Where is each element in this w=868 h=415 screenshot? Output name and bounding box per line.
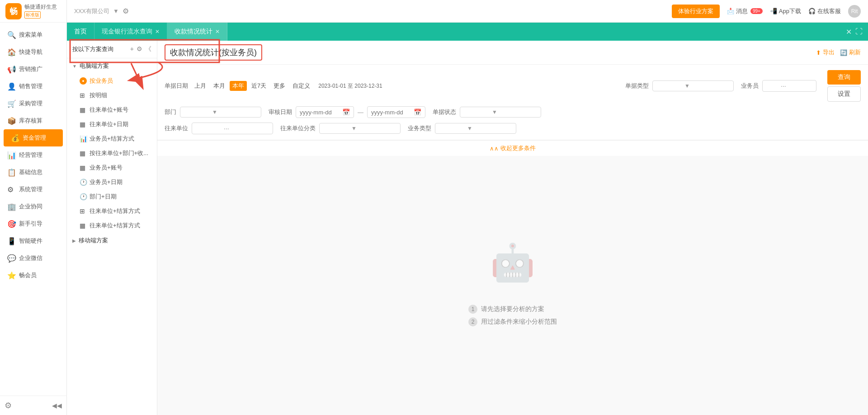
support-icon: 🎧 xyxy=(808,8,816,14)
scheme-icon-unit-dept: ▦ xyxy=(80,150,87,157)
calendar-start-icon: 📅 xyxy=(342,108,350,116)
search-icon: 🔍 xyxy=(7,31,15,39)
date-separator: — xyxy=(358,109,363,116)
scheme-item-unit-settle1[interactable]: ⊞ 往来单位+结算方式 xyxy=(67,204,157,218)
sidebar-item-operation[interactable]: 📊 经营管理 xyxy=(0,146,66,164)
review-date-start-input[interactable] xyxy=(300,109,340,116)
doctype-dropdown[interactable]: ▼ xyxy=(652,80,734,91)
home-icon: 🏠 xyxy=(7,48,15,56)
purchase-icon: 🛒 xyxy=(7,99,15,108)
empty-step-2: 2 用过滤条件来缩小分析范围 xyxy=(468,317,557,326)
tab-close-receipt-stats[interactable]: ✕ xyxy=(215,28,220,35)
sidebar-item-finance[interactable]: 💰 资金管理 xyxy=(4,129,63,146)
scheme-item-by-detail[interactable]: ⊞ 按明细 xyxy=(67,88,157,103)
tab-bank-flow[interactable]: 现金银行流水查询 ✕ xyxy=(94,23,167,41)
sidebar-item-smart-hw[interactable]: 📱 智能硬件 xyxy=(0,232,66,250)
scheme-item-salesman-account[interactable]: ▦ 业务员+账号 xyxy=(67,160,157,175)
refresh-button[interactable]: 🔄 刷新 xyxy=(840,48,861,57)
sidebar-settings-icon[interactable]: ⚙ xyxy=(5,401,12,410)
dept-dropdown[interactable]: ▼ xyxy=(180,107,261,118)
page-title-box: 收款情况统计(按业务员) xyxy=(165,44,262,61)
date-shortcut-this-month[interactable]: 本月 xyxy=(211,81,228,91)
scheme-item-salesman-settle[interactable]: 📊 业务员+结算方式 xyxy=(67,132,157,146)
tab-home[interactable]: 首页 xyxy=(67,23,94,41)
date-label: 单据日期 xyxy=(165,82,188,90)
page-header: 收款情况统计(按业务员) ⬆ 导出 🔄 刷新 xyxy=(157,41,868,65)
review-date-end-input[interactable] xyxy=(371,109,412,116)
sidebar-item-member[interactable]: ⭐ 畅会员 xyxy=(0,267,66,284)
partner-category-arrow: ▼ xyxy=(351,125,357,132)
tab-close-window-icon[interactable]: ✕ xyxy=(846,28,852,36)
export-button[interactable]: ⬆ 导出 xyxy=(816,48,835,57)
query-button[interactable]: 查询 xyxy=(827,70,861,85)
scheme-item-unit-dept-collect[interactable]: ▦ 按往来单位+部门+收... xyxy=(67,146,157,160)
sidebar-item-inventory[interactable]: 📦 库存核算 xyxy=(0,112,66,129)
notification-badge: 99+ xyxy=(750,8,763,14)
logo-badge: 标准版 xyxy=(24,11,41,19)
pc-scheme-group-header[interactable]: ▼ 电脑端方案 xyxy=(67,58,157,74)
date-shortcut-7days[interactable]: 近7天 xyxy=(249,81,269,91)
sidebar-item-guide[interactable]: 🎯 新手引导 xyxy=(0,215,66,232)
right-panel: 收款情况统计(按业务员) ⬆ 导出 🔄 刷新 xyxy=(157,41,868,415)
date-shortcut-last-month[interactable]: 上月 xyxy=(192,81,209,91)
main-area: XXX有限公司 ▼ ⚙ 体验行业方案 📩 消息 99+ 📲 App下载 🎧 在线… xyxy=(67,0,868,415)
add-scheme-btn[interactable]: + xyxy=(130,45,134,53)
sidebar-item-wechat[interactable]: 💬 企业微信 xyxy=(0,250,66,267)
breadcrumb-chevron: ▼ xyxy=(113,8,119,14)
sidebar-item-enterprise[interactable]: 🏢 企业协同 xyxy=(0,198,66,215)
sidebar-item-basic-info[interactable]: 📋 基础信息 xyxy=(0,164,66,181)
user-avatar[interactable]: Rit xyxy=(848,5,861,18)
sidebar-item-purchase[interactable]: 🛒 采购管理 xyxy=(0,95,66,112)
page-actions: ⬆ 导出 🔄 刷新 xyxy=(816,48,861,57)
empty-step-1: 1 请先选择要分析的方案 xyxy=(468,305,557,314)
biz-type-dropdown[interactable]: ▼ xyxy=(435,123,516,134)
tab-fullscreen-icon[interactable]: ⛶ xyxy=(855,28,863,36)
scheme-item-unit-settle2[interactable]: ▦ 往来单位+结算方式 xyxy=(67,218,157,233)
sidebar-item-marketing[interactable]: 📢 营销推广 xyxy=(0,61,66,78)
date-shortcut-custom[interactable]: 自定义 xyxy=(290,81,313,91)
scheme-item-salesman-date[interactable]: 🕐 业务员+日期 xyxy=(67,175,157,189)
collapse-button[interactable]: ∧∧ 收起更多条件 xyxy=(490,144,536,152)
settings-btn[interactable]: ⚙ xyxy=(123,7,129,15)
partner-category-dropdown[interactable]: ▼ xyxy=(319,123,401,134)
scheme-item-unit-account[interactable]: ▦ 往来单位+账号 xyxy=(67,103,157,117)
sidebar-item-sales[interactable]: 👤 销售管理 xyxy=(0,78,66,95)
sidebar-collapse-icon[interactable]: ◀◀ xyxy=(52,402,62,409)
date-shortcut-this-year[interactable]: 本年 xyxy=(230,81,247,91)
review-date-start[interactable]: 📅 xyxy=(296,106,354,118)
page-title: 收款情况统计(按业务员) xyxy=(170,48,257,57)
filter-area: 单据日期 上月 本月 本年 近7天 更多 自定义 2023-01-01 至 20… xyxy=(157,65,868,140)
tab-receipt-stats[interactable]: 收款情况统计 ✕ xyxy=(167,23,227,41)
header-left: XXX有限公司 ▼ ⚙ xyxy=(74,7,129,15)
dept-arrow: ▼ xyxy=(212,109,217,115)
online-support-button[interactable]: 🎧 在线客服 xyxy=(808,7,841,15)
sysadmin-icon: ⚙ xyxy=(7,185,15,193)
date-shortcut-more[interactable]: 更多 xyxy=(271,81,288,91)
scheme-settings-btn[interactable]: ⚙ xyxy=(137,45,142,53)
scheme-icon-unit-settle2: ▦ xyxy=(80,222,87,229)
notification-button[interactable]: 📩 消息 99+ xyxy=(727,7,763,15)
mobile-scheme-group: ▶ 移动端方案 xyxy=(67,233,157,248)
trial-button[interactable]: 体验行业方案 xyxy=(672,5,720,18)
wechat-icon: 💬 xyxy=(7,254,15,262)
partner-dropdown[interactable]: ··· xyxy=(192,123,273,134)
scheme-icon-unit-settle1: ⊞ xyxy=(80,208,87,215)
salesman-dropdown[interactable]: ··· xyxy=(762,80,816,92)
scheme-item-unit-date[interactable]: ▦ 往来单位+日期 xyxy=(67,117,157,132)
sidebar-item-quick-nav[interactable]: 🏠 快捷导航 xyxy=(0,43,66,61)
panel-collapse-btn[interactable]: 《 xyxy=(145,45,151,53)
sidebar-item-search-menu[interactable]: 🔍 搜索菜单 xyxy=(0,26,66,43)
scheme-item-by-salesman[interactable]: ● 按业务员 xyxy=(67,74,157,88)
review-date-end[interactable]: 📅 xyxy=(367,106,425,118)
sidebar-item-sys-admin[interactable]: ⚙ 系统管理 xyxy=(0,181,66,198)
tab-close-bank-flow[interactable]: ✕ xyxy=(155,28,160,35)
download-icon: 📲 xyxy=(770,8,777,14)
app-download-button[interactable]: 📲 App下载 xyxy=(770,7,801,15)
mobile-scheme-group-header[interactable]: ▶ 移动端方案 xyxy=(67,233,157,248)
biz-type-label: 业务类型 xyxy=(408,124,431,132)
filter-item-dept: 部门 ▼ xyxy=(165,107,261,118)
filter-item-doctype: 单据类型 ▼ xyxy=(625,80,734,91)
filter-settings-button[interactable]: 设置 xyxy=(827,86,861,102)
doc-status-dropdown[interactable]: ▼ xyxy=(460,107,541,118)
scheme-item-dept-date[interactable]: 🕐 部门+日期 xyxy=(67,189,157,204)
